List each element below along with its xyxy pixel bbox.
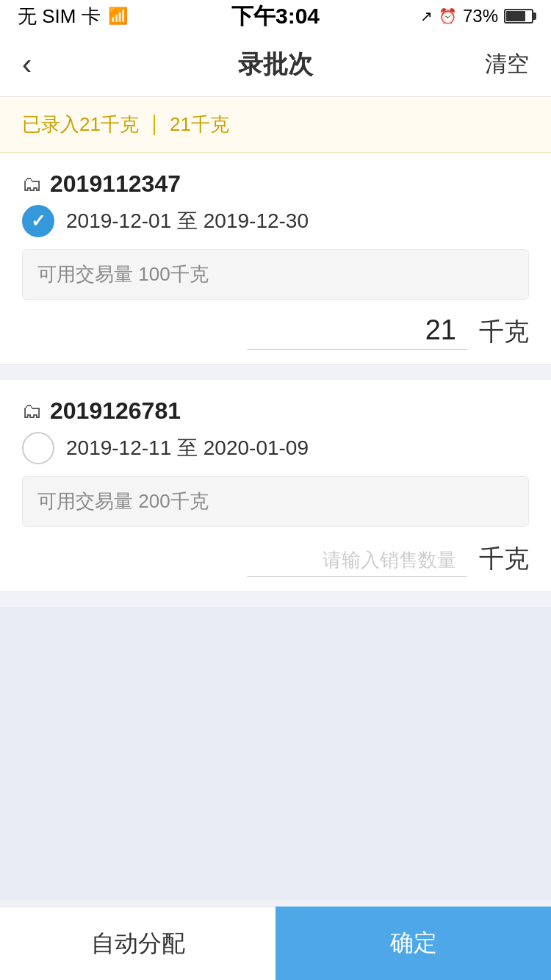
batch-date-row-1: 2019-12-01 至 2019-12-30: [0, 205, 551, 237]
auto-distribute-button[interactable]: 自动分配: [0, 907, 276, 980]
batch-header-2: 🗂 2019126781: [0, 380, 551, 432]
batch-checkbox-1[interactable]: [22, 205, 54, 237]
carrier-text: 无 SIM 卡: [18, 4, 101, 29]
battery-icon: [504, 9, 533, 24]
batch-availability-2: 可用交易量 200千克: [22, 476, 529, 527]
batch-input-row-1: 千克: [0, 300, 551, 365]
batch-card-2: 🗂 2019126781 2019-12-11 至 2020-01-09 可用交…: [0, 380, 551, 592]
status-carrier: 无 SIM 卡 📶: [18, 4, 128, 29]
batch-id-1: 2019112347: [50, 170, 181, 198]
clear-button[interactable]: 清空: [485, 49, 529, 79]
status-bar: 无 SIM 卡 📶 下午3:04 ↗ ⏰ 73%: [0, 0, 551, 32]
batch-date-row-2: 2019-12-11 至 2020-01-09: [0, 432, 551, 464]
summary-value: 21千克: [170, 112, 229, 137]
batch-quantity-input-1[interactable]: [247, 314, 467, 350]
status-time: 下午3:04: [231, 1, 320, 32]
batch-id-2: 2019126781: [50, 397, 181, 425]
batch-date-2: 2019-12-11 至 2020-01-09: [66, 434, 309, 462]
summary-banner: 已录入21千克 21千克: [0, 97, 551, 153]
bottom-bar: 自动分配 确定: [0, 907, 551, 980]
batch-quantity-input-2[interactable]: [247, 541, 467, 577]
location-icon: ↗: [420, 7, 433, 25]
back-button[interactable]: ‹: [22, 48, 66, 81]
spacer-area: [0, 607, 551, 901]
batch-icon-2: 🗂: [22, 399, 43, 423]
section-gap-2: [0, 592, 551, 607]
summary-label: 已录入21千克: [22, 112, 139, 137]
batch-unit-2: 千克: [479, 542, 529, 576]
section-gap-1: [0, 365, 551, 380]
page-title: 录批次: [238, 48, 313, 82]
summary-divider: [154, 115, 155, 135]
batch-availability-1: 可用交易量 100千克: [22, 249, 529, 300]
battery-percent: 73%: [463, 6, 498, 26]
batch-header-1: 🗂 2019112347: [0, 153, 551, 205]
batch-date-1: 2019-12-01 至 2019-12-30: [66, 207, 309, 235]
batch-card-1: 🗂 2019112347 2019-12-01 至 2019-12-30 可用交…: [0, 153, 551, 365]
batch-checkbox-2[interactable]: [22, 432, 54, 464]
batch-input-row-2: 千克: [0, 527, 551, 592]
status-right: ↗ ⏰ 73%: [420, 6, 533, 26]
wifi-icon: 📶: [108, 7, 128, 26]
confirm-button[interactable]: 确定: [276, 907, 551, 980]
batch-icon-1: 🗂: [22, 172, 43, 196]
alarm-icon: ⏰: [439, 7, 457, 25]
nav-bar: ‹ 录批次 清空: [0, 32, 551, 97]
batch-unit-1: 千克: [479, 315, 529, 349]
